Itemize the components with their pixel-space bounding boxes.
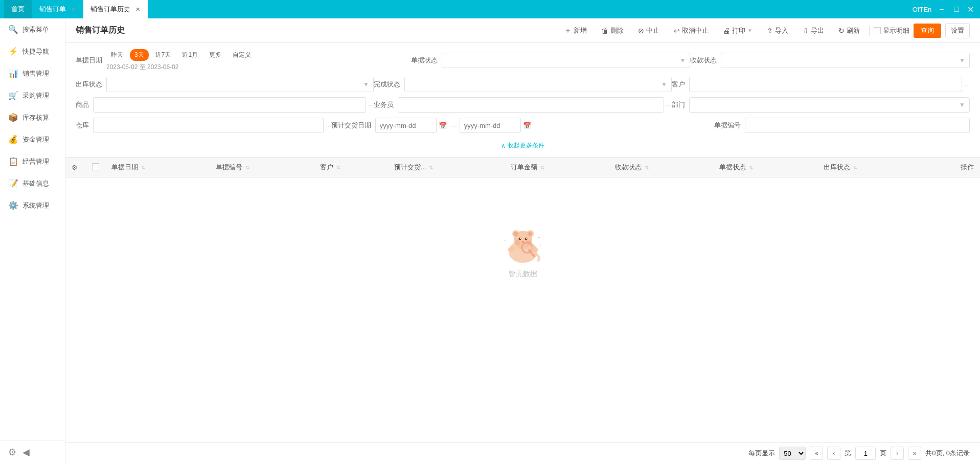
th-order-status[interactable]: 单据状态 ⇅ bbox=[713, 158, 817, 178]
last-page-button[interactable]: » bbox=[908, 447, 921, 460]
svg-point-9 bbox=[526, 238, 527, 239]
show-detail-toggle[interactable]: 显示明细 bbox=[874, 26, 909, 35]
inventory-icon: 📦 bbox=[8, 113, 18, 122]
date-chips: 昨天 3天 近7天 近1月 更多 自定义 bbox=[106, 49, 256, 61]
delete-button[interactable]: 🗑 删除 bbox=[596, 24, 629, 38]
date-chip-custom[interactable]: 自定义 bbox=[228, 49, 256, 61]
salesperson-dots[interactable]: ··· bbox=[666, 101, 672, 109]
th-outbound-status[interactable]: 出库状态 ⇅ bbox=[817, 158, 922, 178]
settings-button[interactable]: 设置 bbox=[945, 23, 970, 38]
order-number-input[interactable] bbox=[745, 118, 970, 133]
th-customer-label: 客户 bbox=[320, 163, 333, 171]
warehouse-input[interactable] bbox=[93, 118, 324, 133]
stop-icon: ⊘ bbox=[638, 27, 644, 35]
basic-info-icon: 📝 bbox=[8, 179, 18, 188]
date-chip-3days[interactable]: 3天 bbox=[130, 49, 149, 61]
warehouse-dots[interactable]: ··· bbox=[326, 122, 331, 129]
sidebar-item-finance[interactable]: 💰 资金管理 bbox=[0, 128, 65, 150]
payment-status-arrow-icon: ▼ bbox=[959, 57, 965, 64]
customer-dots[interactable]: ··· bbox=[964, 81, 970, 89]
first-page-button[interactable]: « bbox=[810, 447, 823, 460]
expected-delivery-end-input[interactable] bbox=[460, 118, 521, 133]
th-number[interactable]: 单据编号 ⇅ bbox=[210, 158, 314, 178]
salesperson-input[interactable] bbox=[398, 97, 664, 113]
page-header: 销售订单历史 ＋ 新增 🗑 删除 ⊘ 中止 ↩ 取消中止 bbox=[65, 18, 980, 43]
prev-page-button[interactable]: ‹ bbox=[827, 447, 840, 460]
th-date[interactable]: 单据日期 ⇅ bbox=[105, 158, 210, 178]
settings-gear-icon[interactable]: ⚙ bbox=[72, 164, 78, 171]
date-calendar-start-icon[interactable]: 📅 bbox=[439, 122, 447, 129]
date-filter-field: 单据日期 昨天 3天 近7天 近1月 更多 自定义 2023-06-02 至 2… bbox=[76, 49, 411, 72]
completion-status-select[interactable]: ▼ bbox=[404, 77, 672, 92]
cancel-stop-icon: ↩ bbox=[674, 27, 680, 35]
window-close-icon[interactable]: ✕ bbox=[965, 3, 976, 16]
collapse-bar[interactable]: ∧ 收起更多条件 bbox=[76, 138, 970, 151]
import-button[interactable]: ⇪ 导入 bbox=[762, 24, 793, 38]
show-detail-checkbox[interactable] bbox=[874, 27, 881, 34]
product-input[interactable] bbox=[93, 97, 366, 113]
minimize-icon[interactable]: － bbox=[936, 2, 948, 17]
completion-status-arrow-icon: ▼ bbox=[661, 81, 667, 88]
cancel-stop-button[interactable]: ↩ 取消中止 bbox=[669, 24, 714, 38]
new-button[interactable]: ＋ 新增 bbox=[559, 24, 592, 38]
maximize-icon[interactable]: □ bbox=[952, 3, 961, 16]
th-checkbox[interactable] bbox=[86, 158, 105, 178]
th-customer[interactable]: 客户 ⇅ bbox=[314, 158, 388, 178]
tab-sales-order[interactable]: 销售订单 ✕ bbox=[32, 0, 83, 18]
filter-area: 单据日期 昨天 3天 近7天 近1月 更多 自定义 2023-06-02 至 2… bbox=[65, 43, 980, 158]
per-page-select[interactable]: 10 20 50 100 bbox=[779, 447, 806, 460]
completion-status-field: 完成状态 ▼ bbox=[374, 77, 672, 92]
th-payment-status[interactable]: 收款状态 ⇅ bbox=[609, 158, 713, 178]
empty-text: 暂无数据 bbox=[509, 270, 537, 279]
sidebar-settings-icon[interactable]: ⚙ bbox=[8, 447, 16, 458]
product-dots[interactable]: ··· bbox=[368, 101, 374, 109]
svg-text:✦: ✦ bbox=[537, 235, 541, 240]
tab-sales-order-close[interactable]: ✕ bbox=[71, 6, 76, 13]
collapse-label: 收起更多条件 bbox=[508, 141, 544, 150]
export-button[interactable]: ⇩ 导出 bbox=[797, 24, 829, 38]
print-button[interactable]: 🖨 打印 ▼ bbox=[718, 24, 758, 38]
sidebar-item-purchase-mgmt[interactable]: 🛒 采购管理 bbox=[0, 84, 65, 106]
header-checkbox[interactable] bbox=[92, 163, 99, 170]
page-number-input[interactable] bbox=[855, 447, 876, 460]
date-chip-7days[interactable]: 近7天 bbox=[151, 49, 176, 61]
outbound-status-select[interactable]: ▼ bbox=[106, 77, 374, 92]
date-chip-area: 昨天 3天 近7天 近1月 更多 自定义 2023-06-02 至 2023-0… bbox=[106, 49, 256, 72]
th-settings[interactable]: ⚙ bbox=[65, 158, 86, 178]
order-status-arrow-icon: ▼ bbox=[680, 57, 686, 64]
product-field: 商品 ··· bbox=[76, 97, 374, 113]
th-amount[interactable]: 订单金额 ⇅ bbox=[505, 158, 609, 178]
sidebar-item-quick-nav[interactable]: ⚡ 快捷导航 bbox=[0, 40, 65, 62]
tab-sales-order-history-close[interactable]: ✕ bbox=[135, 6, 140, 13]
stop-button[interactable]: ⊘ 中止 bbox=[633, 24, 665, 38]
order-status-select[interactable]: ▼ bbox=[442, 53, 691, 68]
sidebar-item-sales-mgmt[interactable]: 📊 销售管理 bbox=[0, 62, 65, 84]
customer-input[interactable] bbox=[689, 77, 962, 92]
date-chip-more[interactable]: 更多 bbox=[204, 49, 226, 61]
department-select[interactable]: ▼ bbox=[689, 97, 970, 113]
print-label: 打印 bbox=[732, 26, 745, 35]
sidebar-item-search-menu[interactable]: 🔍 搜索菜单 bbox=[0, 18, 65, 40]
sidebar-item-sys-mgmt[interactable]: ⚙️ 系统管理 bbox=[0, 194, 65, 216]
date-chip-today[interactable]: 昨天 bbox=[106, 49, 128, 61]
new-label: 新增 bbox=[574, 26, 587, 35]
sidebar-item-inventory[interactable]: 📦 库存核算 bbox=[0, 106, 65, 128]
svg-text:✦: ✦ bbox=[539, 244, 541, 247]
warehouse-field: 仓库 ··· bbox=[76, 118, 331, 133]
query-button[interactable]: 查询 bbox=[914, 24, 941, 38]
sidebar-collapse-icon[interactable]: ◀ bbox=[22, 447, 30, 458]
sidebar-item-basic-info[interactable]: 📝 基础信息 bbox=[0, 172, 65, 194]
tab-home[interactable]: 首页 bbox=[4, 0, 32, 18]
date-calendar-end-icon[interactable]: 📅 bbox=[523, 122, 531, 129]
next-page-button[interactable]: › bbox=[891, 447, 904, 460]
expected-delivery-start-input[interactable] bbox=[375, 118, 437, 133]
sidebar-item-operations[interactable]: 📋 经营管理 bbox=[0, 150, 65, 172]
customer-field: 客户 ··· bbox=[672, 77, 970, 92]
tab-sales-order-history[interactable]: 销售订单历史 ✕ bbox=[83, 0, 148, 18]
th-expected-delivery[interactable]: 预计交货... ⇅ bbox=[388, 158, 505, 178]
department-arrow-icon: ▼ bbox=[959, 101, 965, 108]
payment-status-select[interactable]: ▼ bbox=[721, 53, 970, 68]
date-chip-1month[interactable]: 近1月 bbox=[177, 49, 202, 61]
sales-mgmt-icon: 📊 bbox=[8, 69, 18, 78]
refresh-button[interactable]: ↻ 刷新 bbox=[833, 24, 865, 38]
